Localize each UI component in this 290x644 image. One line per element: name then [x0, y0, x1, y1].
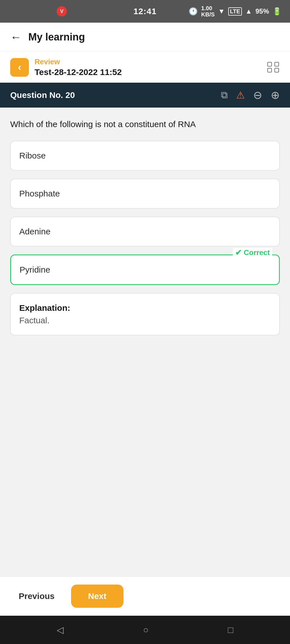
option-b-text: Phosphate — [19, 189, 60, 198]
explanation-title: Explanation: — [19, 303, 271, 313]
spacer — [10, 343, 280, 400]
zoom-out-icon[interactable]: ⊖ — [253, 89, 262, 101]
test-back-button[interactable]: ‹ — [10, 58, 29, 77]
option-a-text: Ribose — [19, 151, 46, 160]
test-info: Review Test-28-12-2022 11:52 — [35, 57, 262, 77]
android-home-button[interactable]: ○ — [143, 625, 148, 635]
correct-badge: ✔ Correct — [233, 248, 272, 257]
test-bar: ‹ Review Test-28-12-2022 11:52 — [0, 52, 290, 83]
signal-icon: ▲ — [245, 7, 252, 15]
battery-text: 95% — [255, 7, 269, 15]
header: ← My learning — [0, 23, 290, 52]
alert-icon[interactable]: ⚠ — [236, 89, 245, 101]
grid-dot-4 — [274, 68, 279, 72]
correct-label: Correct — [244, 248, 270, 257]
option-c[interactable]: Adenine — [10, 217, 280, 247]
explanation-card: Explanation: Factual. — [10, 293, 280, 335]
status-time: 12:41 — [133, 7, 157, 16]
review-label: Review — [35, 57, 262, 66]
status-bar: 12:41 V 🕐 1.00KB/S ▼ LTE ▲ 95% 🔋 — [0, 0, 290, 23]
back-button[interactable]: ← — [10, 31, 22, 43]
wifi-icon: ▼ — [218, 7, 225, 15]
test-back-icon: ‹ — [18, 61, 21, 73]
android-back-button[interactable]: ◁ — [57, 624, 64, 635]
option-b[interactable]: Phosphate — [10, 179, 280, 209]
correct-check-icon: ✔ — [235, 248, 242, 257]
android-nav-bar: ◁ ○ □ — [0, 616, 290, 644]
grid-icon[interactable] — [267, 62, 280, 72]
question-header-bar: Question No. 20 ⧉ ⚠ ⊖ ⊕ — [0, 83, 290, 108]
alarm-icon: 🕐 — [189, 7, 198, 16]
grid-dot-2 — [274, 62, 279, 67]
test-name: Test-28-12-2022 11:52 — [35, 67, 262, 77]
question-text: Which of the following is not a constitu… — [10, 118, 280, 130]
status-right: 🕐 1.00KB/S ▼ LTE ▲ 95% 🔋 — [189, 5, 282, 18]
main-content: Which of the following is not a constitu… — [0, 108, 290, 576]
question-number-label: Question No. 20 — [10, 90, 212, 100]
android-recent-button[interactable]: □ — [228, 625, 233, 635]
option-c-text: Adenine — [19, 227, 50, 236]
option-d-text: Pyridine — [20, 265, 50, 274]
vodafone-icon: V — [57, 6, 67, 16]
explanation-text: Factual. — [19, 316, 271, 325]
grid-dot-1 — [267, 62, 272, 67]
speed-label: 1.00KB/S — [201, 5, 215, 18]
previous-button[interactable]: Previous — [10, 586, 63, 607]
copy-icon[interactable]: ⧉ — [221, 89, 228, 101]
grid-dot-3 — [267, 68, 272, 72]
option-a[interactable]: Ribose — [10, 141, 280, 171]
lte-icon: LTE — [228, 7, 242, 16]
option-d[interactable]: ✔ Correct Pyridine — [10, 254, 280, 285]
zoom-in-icon[interactable]: ⊕ — [271, 89, 280, 101]
next-button[interactable]: Next — [71, 585, 123, 608]
page-title: My learning — [28, 31, 85, 43]
bottom-nav: Previous Next — [0, 576, 290, 616]
battery-icon: 🔋 — [272, 7, 282, 16]
